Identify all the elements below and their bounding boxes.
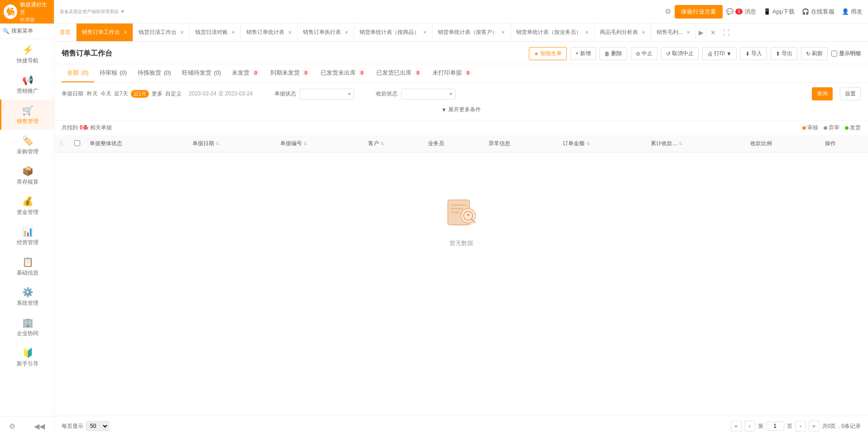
tab-margin[interactable]: 商品毛利分析表 ✕ (595, 24, 651, 41)
cancel-pause-button[interactable]: ↺ 取消中止 (661, 47, 699, 60)
first-page-button[interactable]: « (731, 421, 742, 431)
settings-gear-icon[interactable]: ⚙ (5, 420, 19, 432)
query-button[interactable]: 查询 (812, 87, 833, 100)
tab-sales-by-staff-close[interactable]: ✕ (585, 30, 589, 35)
sidebar-collapse-icon[interactable]: ◀◀ (30, 420, 48, 432)
select-all-checkbox[interactable] (74, 140, 80, 146)
tab-sales-exec-close[interactable]: ✕ (345, 30, 348, 35)
sub-tab-wangpu[interactable]: 旺铺待发货 (0) (177, 64, 227, 82)
col-customer-sort[interactable]: ⇅ (380, 141, 384, 146)
col-date-sort[interactable]: ⇅ (216, 141, 219, 146)
tab-sales-by-product[interactable]: 销货单统计表（按商品） ✕ (354, 24, 432, 41)
export-button[interactable]: ⬆ 导出 (771, 47, 797, 60)
sidebar-item-enterprise[interactable]: 🏢 企业协同 (0, 312, 54, 342)
col-action: 操作 (821, 135, 868, 152)
message-button[interactable]: 💬 6 消息 (726, 8, 756, 16)
filter-status-select[interactable] (300, 89, 354, 100)
sub-tab-not-shipped[interactable]: 未发货 0 (226, 64, 265, 82)
tab-sales-stats-close[interactable]: ✕ (288, 30, 292, 35)
tab-close-all-button[interactable]: ✕ (707, 24, 719, 41)
col-amount-sort[interactable]: ⇅ (586, 141, 590, 146)
tab-cash-reconcile[interactable]: 钱货日清对账 ✕ (190, 24, 241, 41)
sidebar-item-finance[interactable]: 💰 资金管理 (0, 190, 54, 221)
page-number-input[interactable] (766, 422, 784, 431)
sub-tab-not-printed[interactable]: 未打印单据 0 (427, 64, 477, 82)
col-number-sort[interactable]: ⇅ (303, 141, 307, 146)
tab-sales-more-close[interactable]: ✕ (686, 30, 690, 35)
sub-tab-all[interactable]: 全部 (0) (62, 64, 94, 82)
pause-button[interactable]: ⊘ 中止 (631, 47, 657, 60)
filter-today[interactable]: 今天 (101, 90, 111, 98)
user-menu[interactable]: 👤 用友 (842, 8, 863, 16)
sub-tab-pending-audit[interactable]: 待审核 (0) (94, 64, 133, 82)
col-collected-sort[interactable]: ⇅ (679, 141, 682, 146)
setting-button[interactable]: 设置 (840, 87, 861, 100)
app-title-dropdown[interactable]: 装备及固定资产辅助管理系统 ▼ (60, 9, 125, 15)
sidebar-item-guide[interactable]: 🔰 新手引导 (0, 342, 54, 372)
tab-overflow-button[interactable]: ▶ (696, 24, 707, 41)
search-label: 搜索菜单 (11, 27, 33, 35)
topbar-gear-icon[interactable]: ⚙ (665, 7, 671, 16)
sidebar-item-marketing[interactable]: 📢 营销推广 (0, 69, 54, 100)
sidebar-item-sales[interactable]: 🛒 销售管理 (0, 100, 54, 130)
filter-more[interactable]: 更多 (152, 90, 163, 98)
tab-sales-by-customer[interactable]: 销货单统计表（按客户） ✕ (432, 24, 511, 41)
tab-cash-daily-close[interactable]: ✕ (180, 30, 184, 35)
delete-button[interactable]: 🗑 删除 (599, 47, 627, 60)
sidebar-search[interactable]: 🔍 搜索菜单 (0, 24, 54, 39)
app-download-button[interactable]: 📱 App下载 (763, 8, 795, 16)
tab-sales-by-product-close[interactable]: ✕ (423, 30, 427, 35)
next-page-button[interactable]: › (795, 421, 806, 431)
audit-action[interactable]: 审核 (802, 124, 818, 132)
expand-filter-button[interactable]: ▼ 展开更多条件 (438, 104, 485, 115)
sub-tab-shipped-not-out[interactable]: 已发货未出库 0 (315, 64, 371, 82)
filter-7days[interactable]: 近7天 (114, 90, 128, 98)
industry-solution-button[interactable]: 体验行业方案 (675, 5, 723, 19)
sidebar-item-quick-nav[interactable]: ⚡ 快捷导航 (0, 39, 54, 69)
tab-margin-close[interactable]: ✕ (642, 30, 645, 35)
tab-sales-by-staff[interactable]: 销货单统计表（按业务员） ✕ (511, 24, 595, 41)
tab-sales-by-customer-close[interactable]: ✕ (501, 30, 505, 35)
prev-page-button[interactable]: ‹ (744, 421, 755, 431)
tab-maximize-button[interactable]: ⛶ (719, 24, 733, 41)
filter-1month[interactable]: 近1月 (131, 90, 149, 98)
show-detail-input[interactable] (831, 51, 837, 57)
col-collected[interactable]: 累计收款... ⇅ (647, 135, 747, 152)
cancel-audit-action[interactable]: 弃审 (824, 124, 839, 132)
add-button[interactable]: + 新增 (571, 47, 596, 60)
sub-tab-shipped-out[interactable]: 已发货已出库 0 (371, 64, 427, 82)
col-date[interactable]: 单据日期 ⇅ (189, 135, 277, 152)
smart-create-button[interactable]: ★ 智能生单 (529, 47, 567, 60)
user-name: 用友 (851, 8, 863, 16)
online-service-button[interactable]: 🎧 在线客服 (802, 8, 834, 16)
sidebar-item-operations[interactable]: 📊 经营管理 (0, 221, 54, 251)
tab-cash-daily[interactable]: 钱货日清工作台 ✕ (133, 24, 190, 41)
sub-tab-pending-verify[interactable]: 待拣验货 (0) (132, 64, 177, 82)
cancel-pause-label: 取消中止 (672, 50, 694, 57)
filter-payment-select[interactable] (401, 89, 456, 100)
sidebar-item-purchase[interactable]: 🏷️ 采购管理 (0, 130, 54, 160)
page-size-select[interactable]: 50 10 20 100 (86, 421, 109, 431)
tab-sales-order-close[interactable]: ✕ (124, 30, 127, 35)
tab-sales-stats[interactable]: 销售订单统计表 ✕ (241, 24, 297, 41)
filter-custom[interactable]: 自定义 (165, 90, 182, 98)
tab-cash-reconcile-close[interactable]: ✕ (231, 30, 235, 35)
tab-sales-more[interactable]: 销售毛利... ✕ (651, 24, 696, 41)
tab-sales-exec[interactable]: 销售订单执行表 ✕ (297, 24, 354, 41)
show-detail-checkbox[interactable]: 显示明细 (831, 50, 861, 57)
last-page-button[interactable]: » (809, 421, 820, 431)
sub-tab-overdue-not-shipped[interactable]: 到期未发货 0 (265, 64, 315, 82)
print-button[interactable]: 🖨 打印 ▼ (702, 47, 737, 60)
sidebar-item-inventory[interactable]: 📦 库存核算 (0, 160, 54, 190)
tab-home[interactable]: 首页 (54, 24, 77, 41)
col-number[interactable]: 单据编号 ⇅ (277, 135, 364, 152)
filter-yesterday[interactable]: 昨天 (87, 90, 98, 98)
col-amount[interactable]: 订单金额 ⇅ (559, 135, 647, 152)
ship-action[interactable]: 发货 (845, 124, 861, 132)
col-customer[interactable]: 客户 ⇅ (364, 135, 424, 152)
sidebar-item-system[interactable]: ⚙️ 系统管理 (0, 281, 54, 312)
tab-sales-order[interactable]: 销售订单工作台 ✕ (77, 24, 133, 41)
import-button[interactable]: ⬇ 导入 (740, 47, 767, 60)
refresh-button[interactable]: ↻ 刷新 (801, 47, 828, 60)
sidebar-item-basic-info[interactable]: 📋 基础信息 (0, 251, 54, 281)
